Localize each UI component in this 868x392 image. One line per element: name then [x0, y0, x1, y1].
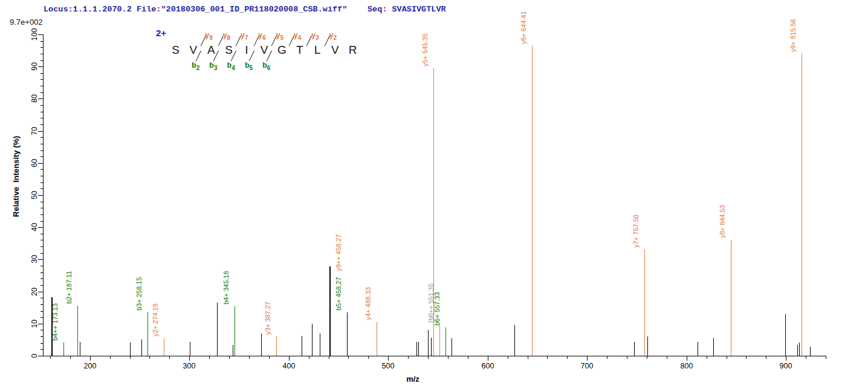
y-major-tick	[38, 131, 43, 132]
y-minor-tick	[40, 214, 43, 215]
y-minor-tick	[40, 266, 43, 266]
peak-label: y2+ 274.19	[152, 303, 160, 336]
peak	[785, 314, 786, 356]
x-major-tick	[488, 356, 488, 361]
b-ion-peak	[147, 312, 148, 356]
x-minor-tick	[806, 356, 806, 359]
peak	[80, 342, 80, 356]
b-ion-peak	[77, 306, 78, 356]
y-minor-tick	[40, 60, 43, 61]
y-ion-label: y8	[223, 31, 231, 41]
x-major-tick	[587, 356, 588, 361]
peak	[329, 266, 331, 356]
y-minor-tick	[40, 144, 43, 144]
y-tick-label: 10	[30, 320, 39, 328]
x-major-tick	[388, 356, 389, 361]
y-ion-label: y3	[311, 31, 319, 41]
y-ion-peak	[532, 46, 533, 356]
y-minor-tick	[40, 234, 43, 234]
x-minor-tick	[269, 356, 270, 359]
y-major-tick	[38, 356, 43, 356]
peak	[141, 339, 142, 356]
x-major-tick	[289, 356, 290, 361]
x-minor-tick	[508, 356, 508, 359]
b-ion-label: b2	[192, 61, 199, 71]
y-minor-tick	[40, 285, 43, 286]
peak-label: y7+ 757.50	[632, 214, 640, 248]
base-peak-intensity: 9.7e+002	[10, 18, 43, 27]
x-minor-tick	[766, 356, 766, 359]
x-minor-tick	[448, 356, 449, 359]
y-ion-peak	[644, 249, 645, 356]
y-tick-label: 90	[30, 62, 39, 71]
y-minor-tick	[40, 47, 43, 48]
y-tick-label: 30	[30, 255, 39, 263]
y-minor-tick	[40, 304, 43, 305]
x-minor-tick	[70, 356, 71, 359]
precursor-ion-peak	[439, 324, 440, 356]
y-tick-label: 20	[30, 288, 39, 296]
b-ion-peak	[235, 306, 235, 356]
peak	[514, 325, 515, 356]
x-tick-label: 700	[581, 362, 594, 370]
peak	[713, 338, 714, 356]
y-tick-label: 80	[30, 94, 39, 103]
peak	[312, 324, 313, 356]
peak	[416, 342, 417, 356]
x-major-tick	[189, 356, 190, 361]
header-sequence: Seq: SVASIVGTLVR	[368, 5, 446, 14]
y-minor-tick	[40, 79, 43, 80]
y-minor-tick	[40, 73, 43, 74]
x-minor-tick	[647, 356, 647, 359]
x-tick-label: 900	[780, 362, 792, 370]
b-ion-peak	[63, 342, 64, 356]
x-axis-line	[43, 356, 826, 356]
x-minor-tick	[528, 356, 528, 359]
peak-label: b4++ 173.13	[51, 303, 59, 341]
x-minor-tick	[50, 356, 51, 359]
y-ion-label: y5	[276, 31, 284, 41]
peak	[799, 342, 800, 356]
b-ion-label: b3	[209, 61, 217, 71]
peak	[190, 342, 190, 356]
peak	[261, 333, 262, 356]
peak-label: b3+ 258.15	[135, 277, 143, 310]
y-minor-tick	[40, 54, 43, 54]
x-tick-label: 300	[183, 362, 196, 370]
peak-label: b6+ 557.33	[433, 292, 441, 326]
x-minor-tick	[149, 356, 150, 359]
y-minor-tick	[40, 330, 43, 330]
peptide-residue: V	[326, 43, 344, 57]
y-tick-label: 60	[30, 159, 39, 167]
x-major-tick	[687, 356, 687, 361]
peak-label: y8+ 844.53	[719, 205, 727, 238]
x-minor-tick	[209, 356, 210, 359]
y-major-tick	[38, 163, 43, 164]
y-minor-tick	[40, 272, 43, 273]
peak	[130, 342, 131, 356]
x-minor-tick	[229, 356, 230, 359]
y-minor-tick	[40, 246, 43, 247]
x-minor-tick	[110, 356, 111, 359]
y-minor-tick	[40, 253, 43, 254]
peak	[217, 303, 218, 356]
peak-label: b4+ 345.18	[222, 271, 230, 304]
x-major-tick	[786, 356, 786, 361]
x-minor-tick	[727, 356, 727, 359]
peak-label: y3+ 387.27	[264, 301, 272, 335]
y-major-tick	[38, 66, 43, 67]
y-minor-tick	[40, 124, 43, 125]
x-minor-tick	[547, 356, 548, 359]
x-minor-tick	[368, 356, 369, 359]
x-minor-tick	[707, 356, 707, 359]
y-minor-tick	[40, 150, 43, 151]
x-minor-tick	[428, 356, 429, 359]
x-minor-tick	[607, 356, 607, 359]
y-ion-peak	[377, 322, 377, 356]
x-minor-tick	[130, 356, 131, 359]
x-minor-tick	[567, 356, 568, 359]
peak	[347, 312, 348, 356]
x-minor-tick	[746, 356, 747, 359]
b-ion-peak	[445, 327, 446, 356]
y-minor-tick	[40, 41, 43, 42]
